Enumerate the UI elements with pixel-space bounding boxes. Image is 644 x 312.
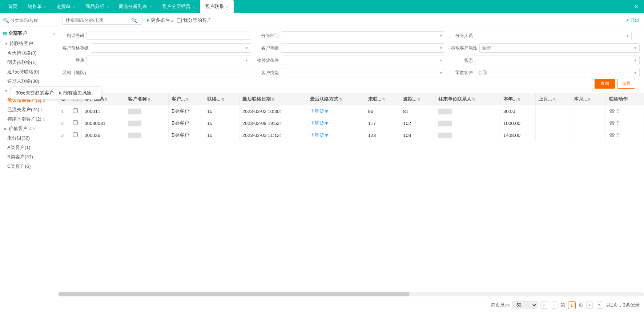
last-method-link[interactable]: 下销货单 xyxy=(310,132,329,138)
sort-type-icon[interactable]: ⇅ xyxy=(186,97,189,101)
tab-purchase-close[interactable]: × xyxy=(73,4,75,9)
sidebar-item-today[interactable]: 今天待联络(0) xyxy=(0,48,58,58)
next-page-btn[interactable]: › xyxy=(586,301,593,309)
sort-last-date-icon[interactable]: ⇅ xyxy=(271,97,274,101)
row-select-checkbox[interactable] xyxy=(73,132,78,137)
sidebar-item-churned[interactable]: 已流失客户(24) ℹ xyxy=(0,105,58,114)
customer-grade-select[interactable]: ▼ xyxy=(281,43,446,53)
manager-select[interactable]: ▼ xyxy=(475,31,632,40)
my-customers-label: 我分管的客户 xyxy=(183,17,212,24)
scrollbar-thumb[interactable] xyxy=(58,292,410,296)
tab-product-list[interactable]: 商品分析列表 × xyxy=(114,0,157,13)
retail-customer-select[interactable]: 全部 ▼ xyxy=(475,68,640,77)
export-icon: ↗ xyxy=(625,18,629,23)
customer-type-select[interactable]: ▼ xyxy=(281,68,446,77)
sort-this-year-icon[interactable]: ⇅ xyxy=(518,97,520,101)
retail-attr-select[interactable]: 全部 ▼ xyxy=(479,43,640,53)
window-close-button[interactable]: × xyxy=(631,3,641,11)
prev-page-btn[interactable]: ‹ xyxy=(551,301,558,309)
tab-product-list-close[interactable]: × xyxy=(149,4,152,9)
gender-select[interactable]: ▼ xyxy=(86,56,251,65)
sort-this-month-icon[interactable]: ⇅ xyxy=(588,97,591,101)
more-actions-icon[interactable]: ⠿ xyxy=(616,132,620,138)
sidebar-search-input[interactable] xyxy=(11,18,55,23)
payment-select[interactable]: ▼ xyxy=(281,56,446,65)
phone-input[interactable] xyxy=(86,32,251,40)
tab-product-analysis-close[interactable]: × xyxy=(106,4,109,9)
tab-home[interactable]: 首页 xyxy=(3,0,23,13)
last-method-link[interactable]: 下销货单 xyxy=(310,120,329,126)
per-page-select[interactable]: 50 100 xyxy=(512,301,538,309)
tab-purchase-label: 进货单 xyxy=(56,3,71,10)
filter-row-4: 区域（地区） ··· 客户类型 ▼ 零散客户 全部 xyxy=(63,68,640,77)
sidebar-item-ungrouped[interactable]: 未分组(32) xyxy=(0,133,58,143)
contact-icon[interactable]: ☎ xyxy=(609,108,615,114)
tab-customer-contact-close[interactable]: × xyxy=(226,4,228,9)
sidebar-item-class-c[interactable]: C类客户(6) xyxy=(0,162,58,171)
status-select[interactable]: ▼ xyxy=(475,56,640,65)
sort-last-method-icon[interactable]: ⇅ xyxy=(339,97,342,101)
query-button[interactable]: 查询 xyxy=(595,79,615,89)
tab-product-analysis[interactable]: 商品分析 × xyxy=(80,0,114,13)
sidebar-item-7days[interactable]: 近7天待联络(0) xyxy=(0,67,58,77)
dept-select[interactable]: ▼ xyxy=(281,31,446,40)
contact-icon[interactable]: ☎ xyxy=(609,132,615,138)
row-checkbox[interactable] xyxy=(70,105,81,117)
sort-last-month-icon[interactable]: ⇅ xyxy=(553,97,556,101)
sort-name-icon[interactable]: ⇅ xyxy=(148,97,150,101)
tab-purchase[interactable]: 进货单 × xyxy=(51,0,80,13)
area-select[interactable] xyxy=(91,68,243,77)
filter-status: 状态 ▼ xyxy=(451,56,640,65)
my-customers-checkbox[interactable] xyxy=(177,18,182,23)
horizontal-scrollbar[interactable] xyxy=(58,292,644,296)
tab-sales-close[interactable]: × xyxy=(44,4,46,9)
more-actions-icon[interactable]: ⠿ xyxy=(616,120,620,126)
area-dots[interactable]: ··· xyxy=(247,70,251,76)
first-page-btn[interactable]: « xyxy=(540,301,548,309)
sidebar-item-overdue[interactable]: 逾期未联络(30) xyxy=(0,77,58,86)
manager-dropdown-icon: ▼ xyxy=(625,34,629,38)
area-label: 区域（地区） xyxy=(63,70,89,76)
contact-icon[interactable]: ☎ xyxy=(609,120,615,126)
tab-customer-layer-close[interactable]: × xyxy=(193,4,195,9)
sidebar-group-value[interactable]: ▶ 价值客户 ↺ ✎ xyxy=(0,124,58,133)
more-actions-icon[interactable]: ⠿ xyxy=(616,108,620,114)
row-checkbox[interactable] xyxy=(70,129,81,141)
sidebar: 🔍 ⊞ 全部客户 « ▼ 待联络客户 今天待联络(0) 明天待联络(1) 近7天… xyxy=(0,13,58,312)
sidebar-group-pending-label: 待联络客户 xyxy=(9,40,33,47)
sort-code-icon[interactable]: ⇅ xyxy=(104,97,107,101)
sidebar-group-pending[interactable]: ▼ 待联络客户 xyxy=(0,39,58,48)
edit-icon[interactable]: ✎ xyxy=(32,126,36,131)
sort-unit-contact-icon[interactable]: ⇅ xyxy=(472,97,475,101)
last-method-link[interactable]: 下销货单 xyxy=(310,108,329,114)
row-select-checkbox[interactable] xyxy=(73,120,78,125)
search-input[interactable] xyxy=(66,18,131,23)
last-page-btn[interactable]: » xyxy=(596,301,603,309)
tab-customer-layer[interactable]: 客户分层经营 × xyxy=(157,0,200,13)
refresh-icon[interactable]: ↺ xyxy=(28,126,32,131)
manager-dots[interactable]: ··· xyxy=(635,33,640,39)
sidebar-all-customers[interactable]: ⊞ 全部客户 « xyxy=(0,28,58,39)
sidebar-collapse-btn[interactable]: « xyxy=(53,31,55,36)
tab-sales[interactable]: 销售单 × xyxy=(23,0,51,13)
sort-overdue-icon[interactable]: ⇅ xyxy=(417,97,420,101)
search-submit-icon[interactable]: 🔍 xyxy=(131,17,137,23)
customer-grade-dropdown-icon: ▼ xyxy=(439,46,443,50)
settings-button[interactable]: 设置 xyxy=(617,79,635,89)
sidebar-item-class-a[interactable]: A类客户(1) xyxy=(0,143,58,152)
table-row: 1 000011 ████ B类客户 15 2023-03-02 10:30: … xyxy=(58,105,644,117)
sort-uncontact-icon[interactable]: ⇅ xyxy=(382,97,385,101)
tab-customer-contact[interactable]: 客户联系 × xyxy=(200,0,233,13)
sidebar-item-tomorrow[interactable]: 明天待联络(1) xyxy=(0,58,58,67)
sidebar-item-class-b[interactable]: B类客户(33) xyxy=(0,152,58,162)
row-select-checkbox[interactable] xyxy=(73,108,78,113)
row-uncontact: 96 xyxy=(365,105,400,117)
sidebar-item-declining[interactable]: 持续下滑客户(2) ℹ xyxy=(0,114,58,124)
price-grade-label: 客户价格等级 xyxy=(63,45,89,51)
export-button[interactable]: ↗ 导出 xyxy=(625,17,640,24)
sort-contact-icon[interactable]: ⇅ xyxy=(221,97,224,101)
gender-label: 性质 xyxy=(63,57,84,64)
more-conditions-btn[interactable]: ▼ 更多条件 ▲ xyxy=(145,17,174,24)
row-checkbox[interactable] xyxy=(70,117,81,129)
price-grade-select[interactable]: ▼ xyxy=(91,43,251,53)
